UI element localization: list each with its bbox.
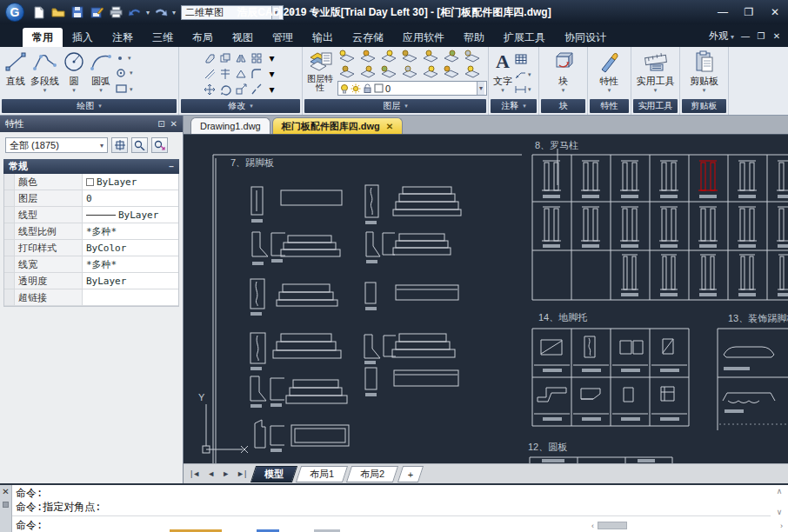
block-dropdown-arrow[interactable]: ▾ <box>562 88 565 93</box>
property-row-transparency[interactable]: 透明度 ByLayer <box>4 273 178 289</box>
appearance-menu[interactable]: 外观 ▾ <box>709 30 734 43</box>
tab-layout[interactable]: 布局 <box>183 28 223 47</box>
property-row-color[interactable]: 颜色 ByLayer <box>4 174 178 190</box>
layer-state-tool-icon[interactable] <box>421 64 440 79</box>
rectangle-tool-button[interactable]: ▾ <box>116 84 133 94</box>
block-insert-button[interactable]: 块 ▾ <box>551 49 577 99</box>
last-layout-arrow[interactable]: ►| <box>233 469 250 478</box>
add-layout-tab[interactable]: + <box>397 466 424 482</box>
scroll-up-icon[interactable]: ∧ <box>777 487 783 495</box>
ribbon-properties-panel-label[interactable]: 特性 <box>590 99 629 113</box>
redo-button[interactable] <box>153 4 169 20</box>
doc-tab-close-icon[interactable]: ✕ <box>386 122 393 131</box>
palette-autohide-pin-icon[interactable]: ⊡ <box>157 119 164 129</box>
property-row-linetype-scale[interactable]: 线型比例 *多种* <box>4 223 178 240</box>
layout2-tab[interactable]: 布局2 <box>346 466 398 482</box>
minimize-button[interactable]: — <box>710 2 736 23</box>
tab-3d[interactable]: 三维 <box>143 28 183 47</box>
arc-dropdown-arrow[interactable]: ▾ <box>99 88 103 93</box>
drawing-canvas[interactable]: 7、踢脚板 8、罗马柱 14、地脚托 13、装饰踢脚板 12、圆板 Y <box>184 135 788 463</box>
offset-button[interactable] <box>202 67 217 82</box>
layer-state-tool-icon[interactable] <box>337 49 357 63</box>
layer-state-tool-icon[interactable] <box>400 49 419 63</box>
erase-button[interactable] <box>202 51 217 66</box>
command-hscrollbar[interactable]: ‹ › <box>591 520 783 531</box>
tab-view[interactable]: 视图 <box>223 28 263 47</box>
property-row-lineweight[interactable]: 线宽 *多种* <box>4 256 178 273</box>
undo-dropdown-arrow[interactable]: ▾ <box>146 9 150 17</box>
match-properties-button[interactable]: 特性 ▾ <box>597 49 623 99</box>
donut-tool-button[interactable]: ▾ <box>116 69 133 78</box>
circle-tool-button[interactable]: 圆 ▾ <box>61 49 87 99</box>
redo-dropdown-arrow[interactable]: ▾ <box>172 9 176 17</box>
text-dropdown-arrow[interactable]: ▾ <box>501 88 504 93</box>
command-history[interactable]: 命令: 命令:指定对角点: <box>12 485 771 516</box>
scroll-left-icon[interactable]: ‹ <box>591 522 594 530</box>
utilities-button[interactable]: 实用工具 ▾ <box>635 49 677 99</box>
layer-state-tool-icon[interactable] <box>463 64 482 79</box>
select-objects-button[interactable] <box>131 137 148 153</box>
point-tool-button[interactable]: ▾ <box>116 54 133 63</box>
undo-button[interactable] <box>127 4 143 20</box>
line-tool-button[interactable]: 直线 <box>3 49 29 99</box>
draw-panel-label[interactable]: 绘图▾ <box>2 99 177 113</box>
properties-dropdown-arrow[interactable]: ▾ <box>608 88 611 93</box>
arc-tool-button[interactable]: 圆弧 ▾ <box>87 49 115 99</box>
layer-state-tool-icon[interactable] <box>442 64 461 79</box>
first-layout-arrow[interactable]: |◄ <box>187 469 204 478</box>
layer-state-tool-icon[interactable] <box>358 49 377 63</box>
selection-filter-combobox[interactable]: 全部 (1875) ▾ <box>5 137 108 153</box>
tab-insert[interactable]: 插入 <box>63 28 103 47</box>
hscroll-thumb[interactable] <box>598 522 627 529</box>
layer-state-tool-icon[interactable] <box>463 49 482 63</box>
model-tab[interactable]: 模型 <box>250 466 297 482</box>
fillet-button[interactable] <box>249 67 264 82</box>
layer-combobox[interactable]: 0 ▾ <box>337 81 487 96</box>
break-dropdown-arrow[interactable]: ▾ <box>264 83 279 97</box>
layer-dropdown-arrow[interactable]: ▾ <box>477 82 484 95</box>
workspace-combobox[interactable]: 二维草图 ▾ <box>181 5 284 20</box>
block-panel-label[interactable]: 块 <box>541 99 585 113</box>
save-as-button[interactable] <box>89 4 104 20</box>
polyline-dropdown-arrow[interactable]: ▾ <box>43 88 47 93</box>
doc-close-button[interactable]: ✕ <box>769 28 785 43</box>
utilities-dropdown-arrow[interactable]: ▾ <box>654 88 658 93</box>
app-menu-button[interactable]: G <box>2 1 28 23</box>
restore-button[interactable]: ❐ <box>736 2 762 23</box>
modify-panel-label[interactable]: 修改▾ <box>181 99 300 113</box>
command-scrollbar[interactable]: ∧ ∨ <box>772 487 786 516</box>
tab-apps[interactable]: 应用软件 <box>393 28 454 47</box>
save-button[interactable] <box>70 4 85 20</box>
command-grip-icon[interactable] <box>3 502 9 508</box>
layer-properties-button[interactable]: 图层特性 <box>305 49 335 99</box>
tab-express-tools[interactable]: 扩展工具 <box>494 28 555 47</box>
close-button[interactable]: ✕ <box>762 2 788 23</box>
tab-home[interactable]: 常用 <box>23 28 63 47</box>
tab-cloud[interactable]: 云存储 <box>343 28 393 47</box>
layer-state-tool-icon[interactable] <box>358 64 377 79</box>
layer-state-tool-icon[interactable] <box>337 64 357 79</box>
tab-annotate[interactable]: 注释 <box>103 28 143 47</box>
layer-state-tool-icon[interactable] <box>379 64 398 79</box>
move-button[interactable] <box>202 83 217 97</box>
array-button[interactable] <box>249 51 264 66</box>
property-row-hyperlink[interactable]: 超链接 <box>4 289 178 306</box>
layout1-tab[interactable]: 布局1 <box>296 466 348 482</box>
command-close-icon[interactable]: ✕ <box>2 488 9 496</box>
clipboard-dropdown-arrow[interactable]: ▾ <box>703 88 706 93</box>
annotate-panel-label[interactable]: 注释▾ <box>491 99 537 113</box>
next-layout-arrow[interactable]: ► <box>218 469 233 478</box>
palette-close-icon[interactable]: ✕ <box>170 119 177 129</box>
layer-state-tool-icon[interactable] <box>421 49 440 63</box>
text-tool-button[interactable]: A 文字 ▾ <box>491 49 514 99</box>
doc-tab-drawing1[interactable]: Drawing1.dwg <box>190 117 270 134</box>
layers-panel-label[interactable]: 图层▾ <box>304 99 486 113</box>
scale-button[interactable] <box>233 83 248 97</box>
layer-state-tool-icon[interactable] <box>379 49 398 63</box>
property-row-layer[interactable]: 图层 0 <box>4 190 178 207</box>
copy-button[interactable] <box>217 51 232 66</box>
clipboard-panel-label[interactable]: 剪贴板 <box>682 99 726 113</box>
tab-collaboration[interactable]: 协同设计 <box>555 28 616 47</box>
doc-restore-button[interactable]: ❐ <box>753 28 769 43</box>
print-button[interactable] <box>108 4 124 20</box>
